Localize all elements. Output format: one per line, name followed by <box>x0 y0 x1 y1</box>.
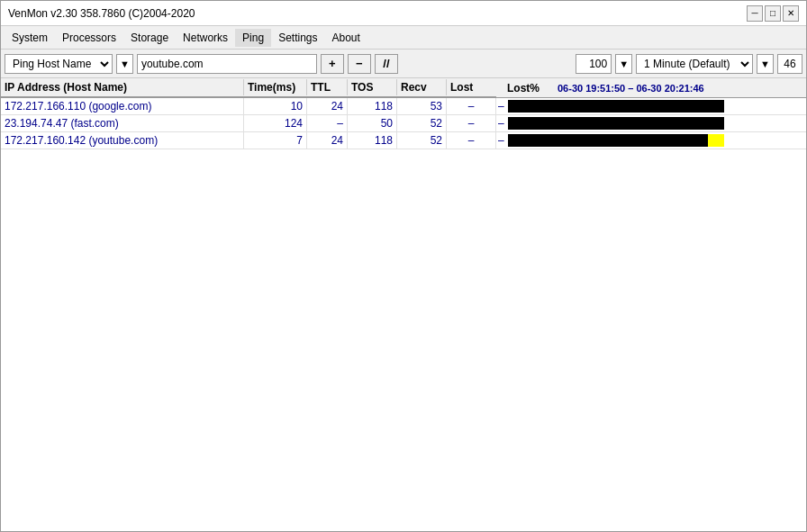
menu-about[interactable]: About <box>324 29 367 47</box>
cell-time: 7 <box>244 132 307 149</box>
cell-spark: – <box>496 98 806 114</box>
cell-spark: – <box>496 115 806 131</box>
toolbar-right: ▼ 1 Minute (Default) ▼ 46 <box>576 54 802 74</box>
cell-ttl: – <box>307 115 348 131</box>
menu-settings[interactable]: Settings <box>271 29 324 47</box>
minimize-button[interactable]: ─ <box>747 5 763 22</box>
time-interval-select[interactable]: 1 Minute (Default) <box>636 54 753 74</box>
cell-ip: 172.217.166.110 (google.com) <box>1 98 244 114</box>
time-interval-dropdown-btn[interactable]: ▼ <box>757 54 774 74</box>
menu-storage[interactable]: Storage <box>123 29 176 47</box>
menu-networks[interactable]: Networks <box>176 29 235 47</box>
close-button[interactable]: ✕ <box>783 5 799 22</box>
cell-tos: 50 <box>348 115 397 131</box>
pause-button[interactable]: // <box>375 54 398 74</box>
main-window: VenMon v2.30 358.7860 (C)2004-2020 ─ □ ✕… <box>0 0 807 532</box>
content-area: IP Address (Host Name) Time(ms) TTL TOS … <box>1 78 806 531</box>
spark-bar <box>508 100 724 113</box>
cell-lost-pct: – <box>498 134 504 147</box>
menu-processors[interactable]: Processors <box>55 29 123 47</box>
col-tos: TOS <box>348 79 397 95</box>
spark-yellow-bar <box>708 134 724 147</box>
remove-host-button[interactable]: − <box>348 54 371 74</box>
title-bar: VenMon v2.30 358.7860 (C)2004-2020 ─ □ ✕ <box>1 1 806 26</box>
cell-time: 124 <box>244 115 307 131</box>
col-lost-pct: Lost% <box>503 80 543 96</box>
table-row[interactable]: 23.194.74.47 (fast.com) 124 – 50 52 – – <box>1 115 806 132</box>
cell-recv: 53 <box>397 98 447 114</box>
time-range-display: 06-30 19:51:50 – 06-30 20:21:46 <box>558 83 704 94</box>
cell-recv: 52 <box>397 132 447 149</box>
col-ip: IP Address (Host Name) <box>1 79 244 95</box>
table-body: 172.217.166.110 (google.com) 10 24 118 5… <box>1 98 806 531</box>
table-row[interactable]: 172.217.160.142 (youtube.com) 7 24 118 5… <box>1 132 806 149</box>
host-type-select[interactable]: Ping Host Name <box>5 54 113 74</box>
host-type-dropdown-btn[interactable]: ▼ <box>116 54 133 74</box>
cell-recv: 52 <box>397 115 447 131</box>
ping-count-display: 46 <box>777 54 802 74</box>
toolbar: Ping Host Name ▼ + − // ▼ 1 Minute (Defa… <box>1 50 806 78</box>
cell-ttl: 24 <box>307 98 348 114</box>
col-time: Time(ms) <box>244 79 307 95</box>
count-dropdown-btn[interactable]: ▼ <box>615 54 632 74</box>
menu-ping[interactable]: Ping <box>235 29 271 47</box>
window-title: VenMon v2.30 358.7860 (C)2004-2020 <box>8 7 195 20</box>
cell-ttl: 24 <box>307 132 348 149</box>
cell-lost-pct: – <box>498 117 504 130</box>
spark-bar <box>508 134 708 147</box>
cell-ip: 172.217.160.142 (youtube.com) <box>1 132 244 149</box>
menu-bar: System Processors Storage Networks Ping … <box>1 26 806 50</box>
cell-lost: – <box>447 132 496 149</box>
maximize-button[interactable]: □ <box>765 5 781 22</box>
cell-lost: – <box>447 115 496 131</box>
cell-time: 10 <box>244 98 307 114</box>
cell-lost-pct: – <box>498 100 504 113</box>
host-input[interactable] <box>137 54 317 74</box>
table-row[interactable]: 172.217.166.110 (google.com) 10 24 118 5… <box>1 98 806 115</box>
count-input[interactable] <box>576 54 612 74</box>
cell-tos: 118 <box>348 132 397 149</box>
cell-tos: 118 <box>348 98 397 114</box>
col-recv: Recv <box>397 79 447 95</box>
col-lost: Lost <box>447 79 496 95</box>
cell-ip: 23.194.74.47 (fast.com) <box>1 115 244 131</box>
cell-lost: – <box>447 98 496 114</box>
window-controls: ─ □ ✕ <box>747 5 799 22</box>
cell-spark: – <box>496 132 806 149</box>
spark-bar <box>508 117 724 130</box>
col-ttl: TTL <box>307 79 348 95</box>
add-host-button[interactable]: + <box>321 54 344 74</box>
menu-system[interactable]: System <box>5 29 55 47</box>
